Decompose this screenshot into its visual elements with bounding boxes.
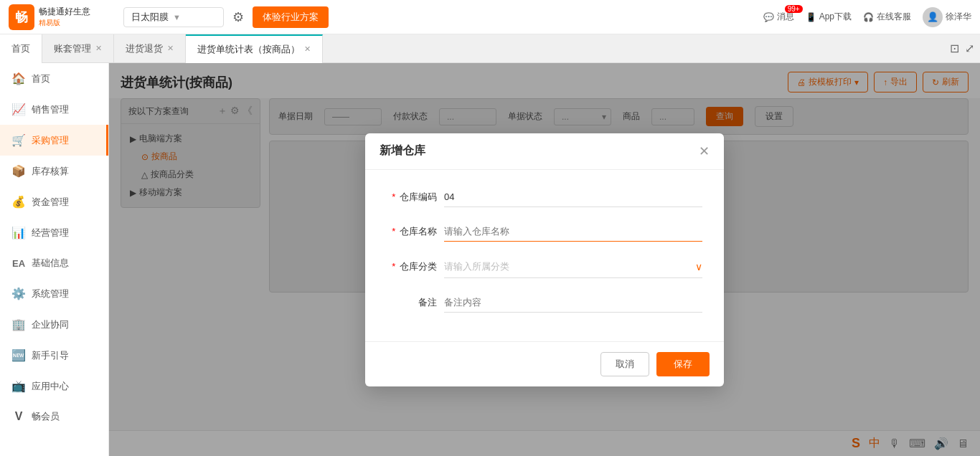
message-badge: 99+	[785, 5, 803, 13]
tab-bar-fullscreen[interactable]: ⤢	[965, 42, 974, 55]
sidebar-item-purchase[interactable]: 🛒 采购管理	[0, 125, 108, 156]
app-download-label: App下载	[819, 11, 852, 23]
logo-area: 畅 畅捷通好生意 精易版	[9, 4, 118, 30]
modal-body: * 仓库编码 * 仓库名称	[365, 170, 724, 341]
modal-close-button[interactable]: ✕	[699, 143, 710, 159]
accounts-tab-label: 账套管理	[54, 42, 91, 55]
sidebar-item-apps[interactable]: 📺 应用中心	[0, 371, 108, 402]
sidebar-item-home[interactable]: 🏠 首页	[0, 63, 108, 94]
enterprise-icon: 🏢	[11, 318, 26, 331]
purchase-stats-tab-label: 进货单统计表（按商品）	[197, 43, 300, 56]
message-button[interactable]: 💬 消息 99+	[763, 11, 794, 23]
tab-purchase-return[interactable]: 进货退货 ✕	[114, 34, 186, 63]
sidebar-item-system[interactable]: ⚙️ 系统管理	[0, 278, 108, 309]
store-dropdown-arrow: ▼	[173, 13, 181, 22]
warehouse-name-row: * 仓库名称	[387, 222, 702, 242]
top-header: 畅 畅捷通好生意 精易版 日太阳膜 ▼ ⚙ 体验行业方案 💬 消息 99+ 📱 …	[0, 0, 980, 34]
store-selector[interactable]: 日太阳膜 ▼	[123, 7, 224, 27]
home-tab-label: 首页	[11, 42, 30, 55]
warehouse-code-row: * 仓库编码	[387, 187, 702, 207]
code-required-star: *	[392, 191, 395, 202]
online-service-button[interactable]: 🎧 在线客服	[863, 11, 911, 23]
logo-badge: 精易版	[39, 18, 90, 28]
sidebar-item-basic-info[interactable]: EA 基础信息	[0, 248, 108, 278]
main-layout: 🏠 首页 📈 销售管理 🛒 采购管理 📦 库存核算 💰 资金管理 📊 经营管理 …	[0, 63, 980, 456]
sidebar: 🏠 首页 📈 销售管理 🛒 采购管理 📦 库存核算 💰 资金管理 📊 经营管理 …	[0, 63, 109, 456]
warehouse-code-label: * 仓库编码	[387, 191, 444, 204]
sidebar-enterprise-label: 企业协同	[32, 318, 69, 331]
sidebar-item-operation[interactable]: 📊 经营管理	[0, 217, 108, 248]
store-name: 日太阳膜	[131, 11, 169, 24]
sidebar-apps-label: 应用中心	[32, 380, 69, 393]
sidebar-operation-label: 经营管理	[32, 227, 69, 239]
cancel-button[interactable]: 取消	[600, 352, 649, 376]
purchase-return-tab-close[interactable]: ✕	[167, 44, 174, 53]
app-logo-icon: 畅	[9, 4, 34, 30]
settings-icon[interactable]: ⚙	[232, 9, 244, 25]
add-warehouse-modal: 新增仓库 ✕ * 仓库编码	[365, 133, 724, 386]
modal-header: 新增仓库 ✕	[365, 133, 724, 170]
sidebar-home-label: 首页	[32, 72, 50, 85]
home-icon: 🏠	[11, 72, 26, 85]
sidebar-guide-label: 新手引导	[32, 349, 69, 362]
guide-icon: 🆕	[11, 348, 26, 362]
modal-footer: 取消 保存	[365, 341, 724, 386]
warehouse-code-input[interactable]	[444, 187, 702, 207]
phone-icon: 📱	[806, 12, 816, 22]
finance-icon: 💰	[11, 195, 26, 209]
member-icon: V	[11, 410, 26, 423]
app-download-button[interactable]: 📱 App下载	[806, 11, 852, 23]
sidebar-sales-label: 销售管理	[32, 103, 69, 116]
tab-home[interactable]: 首页	[0, 34, 42, 63]
sidebar-purchase-label: 采购管理	[32, 134, 69, 147]
tab-bar-actions: ⊡ ⤢	[950, 42, 980, 55]
purchase-icon: 🛒	[11, 133, 26, 147]
header-actions: 💬 消息 99+ 📱 App下载 🎧 在线客服 👤 徐泽华	[763, 7, 971, 27]
sales-icon: 📈	[11, 103, 26, 116]
warehouse-note-row: 备注	[387, 293, 702, 313]
purchase-stats-tab-close[interactable]: ✕	[304, 44, 311, 54]
sidebar-finance-label: 资金管理	[32, 196, 69, 209]
online-service-label: 在线客服	[877, 11, 911, 23]
message-icon: 💬	[763, 12, 774, 22]
basic-info-icon: EA	[11, 258, 26, 269]
tab-bar-restore[interactable]: ⊡	[950, 42, 959, 55]
warehouse-category-select[interactable]: 请输入所属分类 ∨	[444, 256, 702, 278]
user-avatar: 👤	[923, 7, 943, 27]
sidebar-item-guide[interactable]: 🆕 新手引导	[0, 340, 108, 371]
warehouse-name-label: * 仓库名称	[387, 225, 444, 238]
modal-overlay: 新增仓库 ✕ * 仓库编码	[109, 63, 980, 456]
sidebar-item-member[interactable]: V 畅会员	[0, 402, 108, 432]
warehouse-note-input[interactable]	[444, 293, 702, 313]
category-required-star: *	[392, 261, 395, 272]
logo-text-block: 畅捷通好生意 精易版	[39, 6, 90, 28]
sidebar-inventory-label: 库存核算	[32, 165, 69, 178]
content-area: 进货单统计(按商品) 🖨 按模板打印 ▾ ↑ 导出 ↻ 刷新	[109, 63, 980, 456]
category-dropdown-icon: ∨	[695, 261, 702, 272]
sidebar-member-label: 畅会员	[32, 410, 60, 423]
system-icon: ⚙️	[11, 287, 26, 300]
warehouse-category-row: * 仓库分类 请输入所属分类 ∨	[387, 256, 702, 278]
apps-icon: 📺	[11, 379, 26, 393]
warehouse-note-label: 备注	[387, 296, 444, 309]
name-required-star: *	[392, 226, 395, 237]
warehouse-name-input[interactable]	[444, 222, 702, 242]
save-button[interactable]: 保存	[656, 352, 710, 376]
inventory-icon: 📦	[11, 164, 26, 178]
trial-button[interactable]: 体验行业方案	[253, 6, 329, 28]
warehouse-category-label: * 仓库分类	[387, 260, 444, 273]
sidebar-item-inventory[interactable]: 📦 库存核算	[0, 156, 108, 186]
category-placeholder: 请输入所属分类	[444, 260, 509, 273]
modal-title: 新增仓库	[380, 143, 425, 158]
username-label: 徐泽华	[946, 11, 971, 23]
tab-purchase-stats[interactable]: 进货单统计表（按商品） ✕	[186, 34, 323, 63]
sidebar-basic-info-label: 基础信息	[32, 257, 69, 270]
operation-icon: 📊	[11, 226, 26, 239]
sidebar-item-enterprise[interactable]: 🏢 企业协同	[0, 309, 108, 340]
tab-accounts[interactable]: 账套管理 ✕	[42, 34, 114, 63]
sidebar-item-finance[interactable]: 💰 资金管理	[0, 186, 108, 217]
logo-title: 畅捷通好生意	[39, 6, 90, 18]
user-button[interactable]: 👤 徐泽华	[923, 7, 971, 27]
accounts-tab-close[interactable]: ✕	[95, 44, 102, 53]
sidebar-item-sales[interactable]: 📈 销售管理	[0, 94, 108, 125]
